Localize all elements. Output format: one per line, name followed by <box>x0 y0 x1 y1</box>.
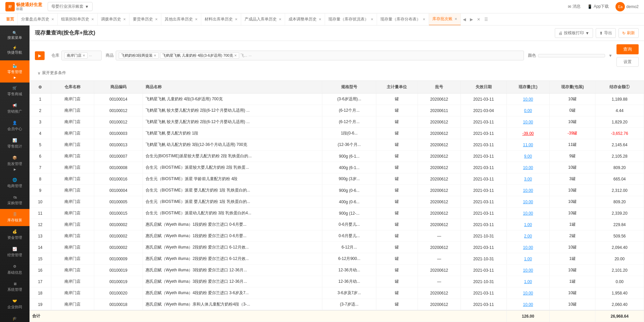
messages-button[interactable]: ✉ 消息 <box>568 4 581 9</box>
sidebar-search[interactable]: 🔍 搜索菜单 <box>6 28 23 43</box>
cell-stock-main[interactable]: 10.00 <box>506 287 549 299</box>
tab-zu-chai-close[interactable]: ✕ <box>91 17 94 21</box>
cell-stock-main[interactable]: 10.00 <box>506 94 549 105</box>
tab-xian-cun-2-close[interactable]: ✕ <box>423 17 425 21</box>
cell-stock-main[interactable]: 1.00 <box>506 276 549 287</box>
filter-expand-more[interactable]: ∨ 展开更多条件 <box>35 69 639 77</box>
tab-nav-next[interactable]: ▶ <box>468 13 475 25</box>
app-download-button[interactable]: 📱 App下载 <box>587 4 609 9</box>
color-tag-group[interactable] <box>538 54 605 57</box>
cell-stock-main[interactable]: 10.00 <box>506 208 549 219</box>
sidebar-item-qi-ye[interactable]: 🤝 企业协同 <box>0 296 30 313</box>
tong-ji-icon: 📊 <box>12 138 17 143</box>
store-selector[interactable]: 母婴行业演示账套 ▼ <box>48 2 93 11</box>
search-icon: 🔍 <box>7 31 22 35</box>
sidebar-item-ling-shou[interactable]: 🏪 零售管理 ▶ <box>0 60 30 83</box>
tab-cheng-ben[interactable]: 成本调整单历史 ✕ <box>285 13 325 25</box>
th-expire: 失效日期 <box>461 81 506 94</box>
sidebar-item-cai-gou[interactable]: 🛍 采购管理 <box>0 192 30 209</box>
tab-zu-chai[interactable]: 组装拆卸单历史 ✕ <box>58 13 98 25</box>
template-print-button[interactable]: 🖨 按模板打印 ▼ <box>555 28 593 38</box>
tab-nav-close[interactable]: ✕ <box>475 13 482 25</box>
cell-stock-main[interactable]: 11.00 <box>506 139 549 151</box>
sidebar-item-jing-ying[interactable]: 📈 经营管理 <box>0 244 30 261</box>
warehouse-tag-group[interactable]: 南岸门店 ✕ ··· <box>61 51 102 60</box>
cell-stock-main[interactable]: 9.00 <box>506 151 549 162</box>
sidebar-item-hui-yuan[interactable]: 👤 会员中心 <box>0 117 30 135</box>
sidebar-item-ling-shou-shang-cheng[interactable]: 🛒 零售商城 <box>0 83 30 100</box>
query-button[interactable]: 查询 <box>616 44 639 54</box>
sidebar-item-pi-fa[interactable]: 📦 批发管理 ▶ <box>0 152 30 174</box>
tab-chan-pin[interactable]: 产成品入库单历史 ✕ <box>241 13 285 25</box>
tab-xian-cun-1[interactable]: 现存量（库存状况表） ✕ <box>325 13 377 25</box>
cell-unit: 罐 <box>376 253 418 265</box>
cell-stock-main[interactable]: 10.00 <box>506 265 549 276</box>
tab-yao-huo-close[interactable]: ✕ <box>155 17 158 21</box>
tab-fen-pan-close[interactable]: ✕ <box>51 17 54 21</box>
cell-stock-main[interactable]: 10.00 <box>506 196 549 208</box>
product-tag-1[interactable]: 飞鹤奶粉3段两提装 ✕ <box>119 52 159 59</box>
tab-xian-cun-2[interactable]: 现存量（库存分布表） ✕ <box>377 13 429 25</box>
table-container[interactable]: ⚙ 仓库名称 商品编码 商品名称 规格型号 主计量单位 批号 失效日期 现存量(… <box>30 81 644 322</box>
warehouse-tag-close[interactable]: ✕ <box>83 54 85 57</box>
app-subtitle: 标题 <box>16 7 42 11</box>
tab-qi-ta-close[interactable]: ✕ <box>195 17 198 21</box>
cell-stock-main[interactable]: 10.00 <box>506 242 549 253</box>
th-settings[interactable]: ⚙ <box>30 81 51 94</box>
tab-qi-ta[interactable]: 其他出库单历史 ✕ <box>161 13 201 25</box>
cell-stock-pkg: 10罐 <box>549 196 595 208</box>
cell-stock-main[interactable]: 3.00 <box>506 173 549 185</box>
tab-fen-pan[interactable]: 分量盘点单历史 ✕ <box>18 13 58 25</box>
cell-stock-main[interactable]: -39.00 <box>506 128 549 139</box>
cell-stock-main[interactable]: 10.00 <box>506 299 549 311</box>
table-body: 1 南岸门店 00100014 飞鹤星飞帆 儿童奶粉 4段(3-6岁适用) 70… <box>30 94 644 311</box>
cell-warehouse: 南岸门店 <box>51 219 94 230</box>
sidebar-item-ku-cun[interactable]: 🗄 库存核算 <box>0 209 30 226</box>
filter-expand-btn[interactable]: ▶ <box>35 51 45 60</box>
sidebar-item-ying-xiao[interactable]: 📢 营销推广 <box>0 100 30 117</box>
cell-stock-main[interactable]: 10.00 <box>506 162 549 173</box>
cell-stock-main[interactable]: 2.00 <box>506 230 549 242</box>
cell-warehouse: 南岸门店 <box>51 265 94 276</box>
sidebar-item-ling-shou-tong-ji[interactable]: 📊 零售统计 <box>0 135 30 152</box>
cell-stock-pkg: 11罐 <box>549 139 595 151</box>
product-tag-2[interactable]: 飞鹤星飞帆 儿童奶粉 4段(3-6岁适用) 700克 ✕ <box>160 52 239 59</box>
user-profile[interactable]: Ea demo2 <box>615 2 639 11</box>
cell-stock-main[interactable]: 10.00 <box>506 116 549 128</box>
product-tag-2-close[interactable]: ✕ <box>234 54 237 57</box>
tab-nav-menu[interactable]: ☰ <box>482 13 490 25</box>
sidebar-quick-nav[interactable]: ⚡ 快捷导航 <box>6 43 23 58</box>
tab-pi-ci[interactable]: 库存批次账 ✕ <box>429 13 461 25</box>
tab-diao-bo-close[interactable]: ✕ <box>123 17 126 21</box>
setting-button[interactable]: 设置 <box>616 57 639 67</box>
sidebar-item-ji-chu[interactable]: ⚙ 基础信息 <box>0 261 30 278</box>
cell-code: 00100002 <box>94 242 143 253</box>
product-tag-1-close[interactable]: ✕ <box>154 54 156 57</box>
warehouse-tag[interactable]: 南岸门店 ✕ <box>64 52 88 59</box>
cell-stock-main[interactable]: 1.00 <box>506 219 549 230</box>
cell-unit: 罐 <box>376 276 418 287</box>
tab-cai-liao-close[interactable]: ✕ <box>235 17 237 21</box>
cell-no: 19 <box>30 299 51 311</box>
tab-chan-pin-close[interactable]: ✕ <box>279 17 281 21</box>
tab-cai-liao[interactable]: 材料出库单历史 ✕ <box>201 13 241 25</box>
sidebar-item-xin-shou[interactable]: 🎓 新手引导 <box>0 313 30 322</box>
sidebar-item-dian-shang[interactable]: 🌐 电商管理 <box>0 174 30 192</box>
cell-stock-main[interactable]: 0.00 <box>506 105 549 116</box>
tab-xian-cun-1-close[interactable]: ✕ <box>371 17 373 21</box>
tab-cheng-ben-close[interactable]: ✕ <box>319 17 321 21</box>
cell-stock-main[interactable]: 10.00 <box>506 185 549 196</box>
sidebar-item-zi-jin[interactable]: 💰 资金管理 <box>0 226 30 244</box>
tab-yao-huo[interactable]: 要货单历史 ✕ <box>129 13 161 25</box>
cell-stock-main[interactable]: 1.00 <box>506 253 549 265</box>
tab-diao-bo[interactable]: 调拨单历史 ✕ <box>98 13 129 25</box>
export-button[interactable]: ⬆ 导出 <box>596 28 616 38</box>
cell-expire: 2021-03-11 <box>461 94 506 105</box>
cell-unit: 罐 <box>376 196 418 208</box>
sidebar-item-xi-tong[interactable]: 🖥 系统管理 <box>0 278 30 296</box>
refresh-button[interactable]: ↻ 刷新 <box>619 28 639 38</box>
tab-nav-prev[interactable]: ◀ <box>461 13 468 25</box>
tab-home[interactable]: 首页 <box>3 13 18 25</box>
product-tag-group[interactable]: 飞鹤奶粉3段两提装 ✕ 飞鹤星飞帆 儿童奶粉 4段(3-6岁适用) 700克 ✕… <box>116 51 524 60</box>
tab-pi-ci-close[interactable]: ✕ <box>454 17 457 21</box>
